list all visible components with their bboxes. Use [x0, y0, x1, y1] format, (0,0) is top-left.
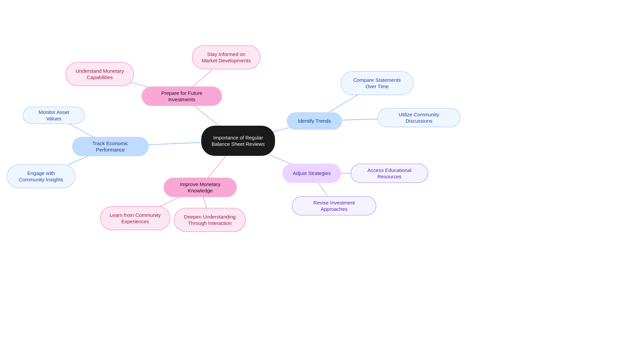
adjust-node: Adjust Strategies: [282, 164, 341, 183]
center-node: Importance of Regular Balance Sheet Revi…: [201, 126, 275, 156]
deepen-node: Deepen Understanding Through Interaction: [174, 208, 246, 232]
learn-node: Learn from Community Experiences: [100, 206, 170, 230]
access-node: Access Educational Resources: [351, 164, 428, 183]
stay-informed-node: Stay Informed on Market Developments: [192, 45, 261, 69]
identify-node: Identify Trends: [287, 112, 342, 130]
prepare-node: Prepare for Future Investments: [142, 86, 222, 106]
understand-node: Understand Monetary Capabilities: [65, 62, 134, 86]
engage-node: Engage with Community Insights: [7, 164, 75, 188]
revise-node: Revise Investment Approaches: [292, 196, 376, 216]
monitor-node: Monitor Asset Values: [23, 107, 85, 124]
improve-node: Improve Monetary Knowledge: [164, 178, 237, 197]
utilize-node: Utilize Community Discussions: [377, 108, 461, 127]
compare-node: Compare Statements Over Time: [340, 71, 414, 95]
track-node: Track Economic Performance: [72, 137, 149, 156]
